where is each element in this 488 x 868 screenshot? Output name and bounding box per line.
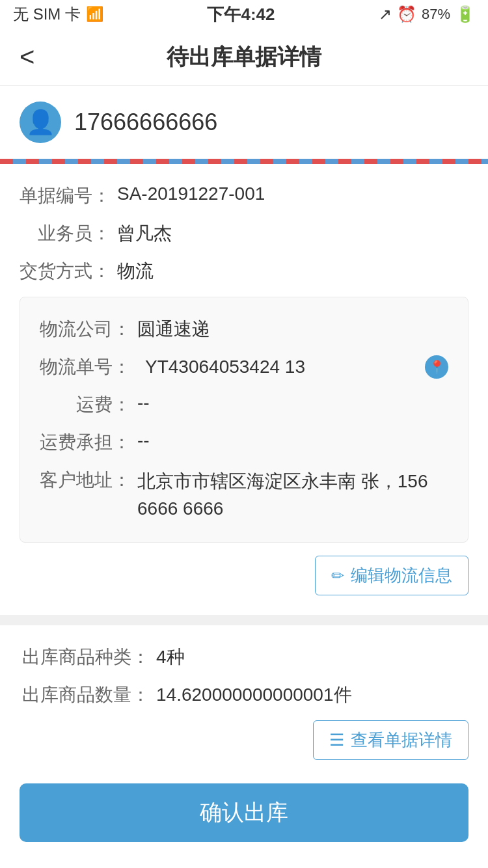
view-detail-icon: ☰ (329, 730, 344, 750)
nav-bar: < 待出库单据详情 (0, 29, 488, 86)
goods-quantity-row: 出库商品数量： 14.620000000000001件 (20, 683, 468, 707)
confirm-outbound-button[interactable]: 确认出库 (20, 783, 468, 842)
edit-icon: ✏ (331, 567, 344, 585)
logistics-card: 物流公司： 圆通速递 物流单号： YT43064053424 13 📍 运费： … (20, 297, 468, 543)
freight-label: 运费： (40, 392, 131, 417)
basic-info-section: 单据编号： SA-20191227-001 业务员： 曾凡杰 交货方式： 物流 … (0, 164, 488, 615)
time-text: 下午4:42 (207, 3, 275, 26)
delivery-row: 交货方式： 物流 (20, 259, 468, 284)
freight-bear-label: 运费承担： (40, 430, 131, 455)
view-detail-label: 查看单据详情 (351, 729, 452, 752)
salesperson-row: 业务员： 曾凡杰 (20, 221, 468, 246)
dashed-divider (0, 159, 488, 164)
company-value: 圆通速递 (137, 317, 448, 342)
salesperson-value: 曾凡杰 (117, 221, 468, 246)
avatar: 👤 (20, 102, 61, 143)
status-bar: 无 SIM 卡 📶 下午4:42 ↗ ⏰ 87% 🔋 (0, 0, 488, 29)
goods-types-value: 4种 (156, 645, 468, 670)
goods-types-label: 出库商品种类： (20, 645, 150, 670)
section-divider (0, 615, 488, 625)
freight-value: -- (137, 392, 448, 413)
address-label: 客户地址： (40, 468, 131, 493)
wifi-icon: 📶 (86, 6, 103, 23)
salesperson-label: 业务员： (20, 221, 111, 246)
back-icon: < (20, 42, 34, 71)
company-row: 物流公司： 圆通速递 (40, 317, 448, 342)
edit-logistics-button[interactable]: ✏ 编辑物流信息 (315, 556, 468, 595)
goods-quantity-label: 出库商品数量： (20, 683, 150, 707)
freight-bear-row: 运费承担： -- (40, 430, 448, 455)
alarm-icon: ⏰ (397, 5, 416, 23)
goods-types-row: 出库商品种类： 4种 (20, 645, 468, 670)
order-no-value: SA-20191227-001 (117, 183, 468, 204)
page-title: 待出库单据详情 (167, 42, 321, 72)
carrier-text: 无 SIM 卡 (13, 4, 81, 25)
confirm-btn-label: 确认出库 (200, 798, 288, 828)
edit-btn-label: 编辑物流信息 (351, 564, 452, 587)
goods-section: 出库商品种类： 4种 出库商品数量： 14.620000000000001件 ☰… (0, 625, 488, 780)
tracking-label: 物流单号： (40, 355, 131, 379)
address-row: 客户地址： 北京市市辖区海淀区永丰南 张，156 6666 6666 (40, 468, 448, 522)
freight-row: 运费： -- (40, 392, 448, 417)
order-no-label: 单据编号： (20, 183, 111, 208)
location-icon[interactable]: 📍 (425, 355, 448, 379)
customer-header: 👤 17666666666 (0, 86, 488, 159)
edit-btn-row: ✏ 编辑物流信息 (20, 556, 468, 595)
back-button[interactable]: < (20, 42, 34, 72)
avatar-icon: 👤 (26, 109, 55, 136)
delivery-value: 物流 (117, 259, 468, 284)
tracking-row: 物流单号： YT43064053424 13 📍 (40, 355, 448, 379)
address-value: 北京市市辖区海淀区永丰南 张，156 6666 6666 (137, 468, 448, 522)
bottom-bar: 确认出库 (0, 770, 488, 868)
customer-phone: 17666666666 (74, 109, 217, 136)
battery-text: 87% (422, 6, 450, 23)
company-label: 物流公司： (40, 317, 131, 342)
tracking-no-value: YT43064053424 13 (145, 357, 417, 377)
battery-icon: 🔋 (455, 5, 475, 23)
status-right: ↗ ⏰ 87% 🔋 (379, 5, 475, 23)
view-detail-button[interactable]: ☰ 查看单据详情 (313, 720, 468, 760)
view-detail-btn-row: ☰ 查看单据详情 (20, 720, 468, 760)
status-left: 无 SIM 卡 📶 (13, 4, 103, 25)
goods-quantity-value: 14.620000000000001件 (156, 683, 468, 707)
delivery-label: 交货方式： (20, 259, 111, 284)
location-icon: ↗ (379, 5, 392, 23)
freight-bear-value: -- (137, 430, 448, 451)
order-no-row: 单据编号： SA-20191227-001 (20, 183, 468, 208)
